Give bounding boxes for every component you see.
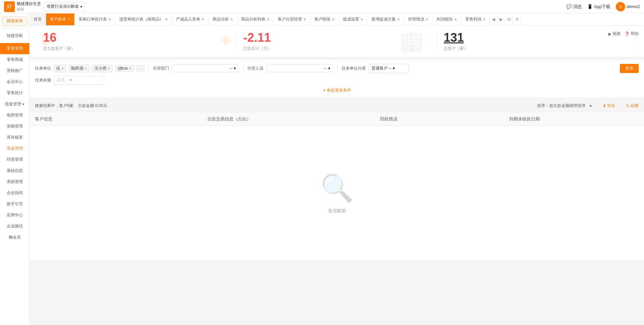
sidebar-item-newbie-guide[interactable]: 新手引导 <box>0 198 29 210</box>
tab-close-icon[interactable]: ✕ <box>332 17 335 21</box>
filter-tag-more[interactable]: ... <box>136 65 144 72</box>
staff-dropdown[interactable]: ··· ▾ <box>266 64 333 72</box>
account-selector[interactable]: 母婴行业演示帐套 ▾ <box>44 2 85 11</box>
divider <box>337 65 338 72</box>
filter-tag-unit-2[interactable]: 陈民强 ✕ <box>69 65 89 72</box>
more-tags-label: ... <box>139 66 142 71</box>
page-content: ¥ 16 总欠款客户（家） ✦ -2.11 欠款合计（万） 🏢 131 总客户（… <box>30 26 644 325</box>
tab-close-icon[interactable]: ✕ <box>267 17 269 21</box>
sort-label: 排序：按欠款金额倒序排序 <box>537 103 586 109</box>
tab-profit-report[interactable]: 利润报告 ✕ <box>433 13 461 26</box>
sidebar-item-retail-stats[interactable]: 零售统计 <box>0 87 29 99</box>
help-button[interactable]: ❓ 帮助 <box>625 31 639 37</box>
sidebar-item-quick-nav[interactable]: 快捷导航 <box>0 30 29 41</box>
tab-close-icon[interactable]: ✕ <box>108 17 111 21</box>
filter-tag-unit-4[interactable]: cjttcw ✕ <box>115 65 134 72</box>
empty-illustration: 🔍 <box>320 172 354 204</box>
tab-close-icon[interactable]: ✕ <box>360 17 363 21</box>
tab-purchase-order-stats[interactable]: 采购订单统计表 ✕ <box>75 13 115 26</box>
tab-product-inbound[interactable]: 产成品入库单 ✕ <box>172 13 209 26</box>
balance-input[interactable]: 选择... ▾ <box>54 76 104 85</box>
tag-close-icon[interactable]: ✕ <box>389 67 391 70</box>
sidebar-item-finance[interactable]: 资金管理 <box>0 143 29 154</box>
dept-filter-label: 分管部门 <box>153 66 169 71</box>
tab-customer-tier[interactable]: 客户分层经营 ✕ <box>274 13 310 26</box>
sidebar-item-member-center[interactable]: 会员中心 <box>0 76 29 87</box>
divider <box>597 103 597 109</box>
sidebar-search-area: 搜索菜单 <box>0 13 29 29</box>
tab-close-icon[interactable]: ✕ <box>68 17 70 21</box>
tab-close-icon[interactable]: ✕ <box>454 17 457 21</box>
filter-tag-unit-1[interactable]: 伍 ✕ <box>54 65 66 72</box>
tab-label: 产成品入库单 <box>176 16 200 22</box>
sidebar-item-chang-member[interactable]: 畅会员 <box>0 232 29 243</box>
tab-close-icon[interactable]: ✕ <box>426 17 428 21</box>
tab-product-analysis[interactable]: 商品分析 ✕ <box>209 13 237 26</box>
tab-product-analysis-list[interactable]: 商品分析列表 ✕ <box>237 13 274 26</box>
message-button[interactable]: 💬 消息 <box>566 4 582 10</box>
tab-home[interactable]: 首页 <box>30 13 46 26</box>
tab-close-icon[interactable]: ✕ <box>202 17 204 21</box>
stat-bg-icon-3: 🏢 <box>399 29 424 53</box>
sidebar-item-purchase[interactable]: 采购管理 <box>0 121 29 132</box>
refresh-button[interactable]: ↻ 刷新 <box>626 103 639 109</box>
video-help-button[interactable]: ▶ 视频 <box>608 31 620 37</box>
table-col-payment: 回款情况 <box>380 116 509 122</box>
tab-close-icon[interactable]: ✕ <box>397 17 400 21</box>
tab-close-all-btn[interactable]: ✕ <box>513 13 521 26</box>
sidebar-item-enterprise-wechat[interactable]: 企业微信 <box>0 221 29 232</box>
collapse-filters-button[interactable]: ∧ 收起更多条件 <box>323 87 351 93</box>
tab-add-commission[interactable]: 新增提成方案 ✕ <box>368 13 404 26</box>
balance-filter-label: 往来余额 <box>35 77 51 83</box>
tab-customer-contact[interactable]: 客户联络 ✕ <box>310 13 339 26</box>
sidebar-item-app-center[interactable]: 应用中心 <box>0 210 29 221</box>
tab-commission-settings[interactable]: 提成设置 ✕ <box>339 13 368 26</box>
tab-purchase-stats-by-product[interactable]: 进货单统计表（按商品） ✕ <box>115 13 172 26</box>
sidebar-item-retail-mall[interactable]: 零售商城 <box>0 54 29 65</box>
tag-close-icon[interactable]: ✕ <box>61 67 64 70</box>
filter-tag-unit-3[interactable]: 王小亮 ✕ <box>92 65 113 72</box>
logo-area: 好 畅捷通好生意 标版 <box>4 1 41 12</box>
search-menu-button[interactable]: 搜索菜单 <box>2 16 27 26</box>
sidebar-item-operations[interactable]: 经营管理 <box>0 154 29 165</box>
tab-close-icon[interactable]: ✕ <box>230 17 233 21</box>
tab-business-situation[interactable]: 经营情况 ✕ <box>404 13 433 26</box>
tab-customer-ledger[interactable]: 客户账本 ✕ <box>46 13 75 26</box>
refresh-label: 刷新 <box>631 103 639 109</box>
sidebar-item-marketing[interactable]: 营销推广 <box>0 65 29 76</box>
tab-expand-btn[interactable]: ⊞ <box>505 13 513 26</box>
tab-close-icon[interactable]: ✕ <box>303 17 306 21</box>
app-download-button[interactable]: 📱 App下载 <box>587 4 610 10</box>
sidebar-item-label: 电商管理 <box>7 113 23 117</box>
main-layout: 搜索菜单 快捷导航 零售管理 零售商城 营销推广 会员中心 零售统计 批发管理 … <box>0 13 644 325</box>
filter-tag-text: cjttcw <box>118 66 128 71</box>
tab-retail-profit[interactable]: 零售利润 ✕ <box>461 13 490 26</box>
sidebar-item-enterprise-collab[interactable]: 企业协同 <box>0 187 29 198</box>
dept-dropdown[interactable]: ··· ▾ <box>172 64 239 72</box>
tab-close-icon[interactable]: ✕ <box>483 17 485 21</box>
tag-close-icon[interactable]: ✕ <box>129 67 131 70</box>
play-icon: ▶ <box>608 32 611 36</box>
sidebar-item-ecommerce[interactable]: 电商管理 <box>0 110 29 121</box>
sidebar-item-label: 零售商城 <box>7 57 23 62</box>
export-button[interactable]: ⬆ 导出 <box>603 103 615 109</box>
user-avatar-button[interactable]: d demo2 <box>616 2 640 11</box>
sidebar-item-system[interactable]: 系统管理 <box>0 176 29 187</box>
tab-nav-left[interactable]: ◀ <box>490 13 498 26</box>
sidebar-item-basic-info[interactable]: 基础信息 <box>0 165 29 176</box>
tab-nav-right[interactable]: ▶ <box>498 13 505 26</box>
tab-close-icon[interactable]: ✕ <box>165 17 168 21</box>
tab-bar: 首页 客户账本 ✕ 采购订单统计表 ✕ 进货单统计表（按商品） ✕ 产成品入库单… <box>30 13 644 26</box>
tag-close-icon[interactable]: ✕ <box>84 67 87 70</box>
tab-home-label: 首页 <box>34 16 42 22</box>
sidebar-item-retail-mgmt[interactable]: 零售管理 <box>0 43 29 54</box>
sidebar-item-wholesale-mgmt[interactable]: 批发管理 ▾ <box>0 99 29 110</box>
empty-state: 🔍 暂无数据 <box>320 152 354 234</box>
collapse-label: 收起更多条件 <box>327 87 351 93</box>
filter-row-2: 往来余额 选择... ▾ <box>35 76 639 85</box>
tag-close-icon[interactable]: ✕ <box>108 67 110 70</box>
stat-item-customers: 16 总欠款客户（家） <box>36 31 237 51</box>
query-button[interactable]: 查询 <box>620 64 639 73</box>
sidebar-item-inventory[interactable]: 库存核算 <box>0 132 29 143</box>
unit-type-dropdown[interactable]: 普通客户 ✕ ▾ <box>369 64 409 73</box>
